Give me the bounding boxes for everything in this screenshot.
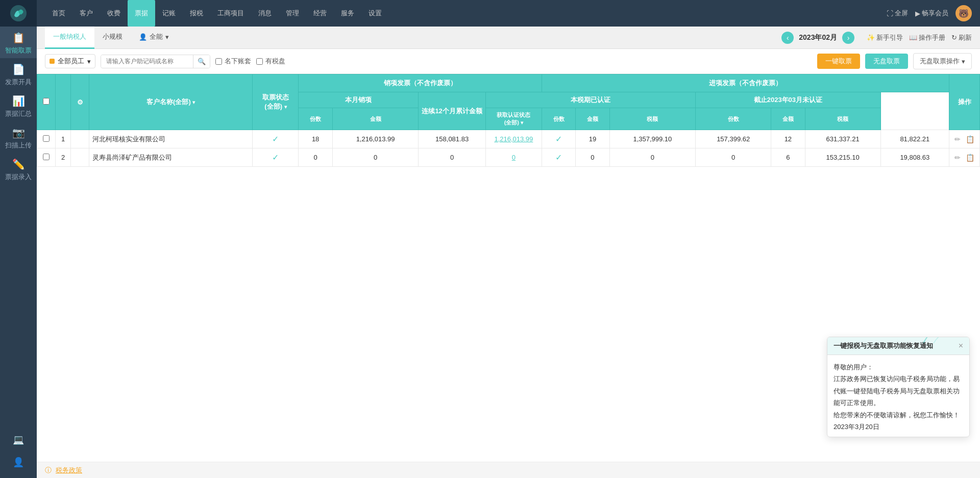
date-display: 2023年02月 [799,33,837,42]
fullscreen-btn[interactable]: ⛶ 全屏 [887,9,908,18]
th-sales-count: 份数 [299,108,332,130]
date-next-btn[interactable]: › [842,32,854,44]
nav-invoice[interactable]: 票据 [128,0,155,27]
edit-icon[interactable]: ✏ [954,135,961,143]
sidebar-item-zhiqupiao[interactable]: 📋 智能取票 [0,27,37,58]
nav-customer[interactable]: 客户 [72,0,100,27]
nav-fee[interactable]: 收费 [100,0,128,27]
computer-icon: 💻 [13,434,24,445]
statusbar: ⓘ 税务政策 [37,462,980,478]
checkbox-has-disk-input[interactable] [256,58,263,65]
member-btn[interactable]: ▶ 畅享会员 [915,9,948,18]
user-icon: 👤 [13,457,24,468]
detail-icon[interactable]: 📋 [966,135,974,143]
detail-icon[interactable]: 📋 [966,154,974,162]
manual-icon: 📖 [909,34,917,41]
tab-general-taxpayer[interactable]: 一般纳税人 [45,27,94,49]
select-all-checkbox[interactable] [43,98,50,105]
logo [0,0,37,27]
employee-select[interactable]: 全部员工 ▾ [45,54,95,68]
sidebar-bottom-computer[interactable]: 💻 [0,430,37,449]
sidebar-item-label: 智能取票 [5,46,32,55]
invoice-open-icon: 📄 [12,63,25,76]
row-uncert-tax: 19,808.63 [880,148,949,167]
new-guide-btn[interactable]: ✨ 新手引导 [867,33,903,42]
row-cert-count: 19 [576,130,609,148]
nav-message[interactable]: 消息 [251,0,279,27]
refresh-icon: ↻ [951,34,957,41]
checkbox-own-account[interactable]: 名下账套 [215,57,251,66]
notification-popup: 一键报税与无盘取票功能恢复通知 × 尊敬的用户： 江苏政务网已恢复访问电子税务局… [827,337,970,437]
row-cumulative-12m[interactable]: 0 [485,148,542,167]
employee-dropdown-icon: ▾ [87,58,91,65]
sidebar-bottom: 💻 👤 [0,430,37,478]
table-row: 1 河北柯瑶核实业有限公司 ✓ 18 1,216,013.99 158,081.… [37,130,980,148]
statusbar-text[interactable]: 税务政策 [56,466,82,475]
th-customer-name: 客户名称(全部) ▾ [89,74,253,130]
row-uncert-amount: 153,215.10 [805,148,880,167]
tab-small-scale[interactable]: 小规模 [94,27,131,49]
row-settings [71,130,89,148]
nav-service[interactable]: 服务 [334,0,361,27]
search-input[interactable] [101,55,193,67]
dropdown-icon: ▾ [165,33,169,41]
nav-tax[interactable]: 报税 [183,0,210,27]
row-index: 1 [56,130,71,148]
checkbox-has-disk[interactable]: 有税盘 [256,57,285,66]
cert-check-icon: ✓ [555,135,562,143]
notification-close-btn[interactable]: × [959,341,963,350]
no-disk-operations-btn[interactable]: 无盘取票操作 ▾ [913,53,972,69]
no-disk-fetch-btn[interactable]: 无盘取票 [865,54,908,69]
nav-bookkeeping[interactable]: 记账 [155,0,183,27]
row-sales-count: 18 [299,130,332,148]
sidebar-item-piaojuhuizong[interactable]: 📊 票据汇总 [0,90,37,121]
manual-btn[interactable]: 📖 操作手册 [909,33,945,42]
nav-management[interactable]: 管理 [279,0,306,27]
refresh-btn[interactable]: ↻ 刷新 [951,33,972,42]
main-table: ⚙ 客户名称(全部) ▾ 取票状态(全部) ▾ 销项发票（不含作废票） 进项发票… [37,74,980,167]
row-fetch-status: ✓ [253,130,299,148]
row-sales-amount: 1,216,013.99 [332,130,419,148]
sidebar-bottom-user[interactable]: 👤 [0,452,37,472]
dot-icon [50,59,55,64]
row-checkbox[interactable] [37,130,56,148]
one-click-fetch-btn[interactable]: 一键取票 [817,54,860,69]
edit-icon[interactable]: ✏ [954,154,961,162]
row-cert-status: ✓ [542,130,575,148]
row-uncert-tax: 81,822.21 [880,130,949,148]
row-cumulative-12m[interactable]: 1,216,013.99 [485,130,542,148]
th-sales-amount: 金额 [332,108,419,130]
row-checkbox[interactable] [37,148,56,167]
row-settings [71,148,89,167]
sidebar-item-saomiaoshangchuan[interactable]: 📷 扫描上传 [0,121,37,153]
row-cert-tax: 0 [696,148,771,167]
checkbox-own-account-input[interactable] [215,58,222,65]
nav-business[interactable]: 工商项目 [210,0,251,27]
tabbar: 一般纳税人 小规模 👤 全能 ▾ ‹ 2023年02月 › ✨ 新手引导 [37,27,980,49]
date-prev-btn[interactable]: ‹ [781,32,794,44]
search-button[interactable]: 🔍 [193,55,210,68]
nav-settings[interactable]: 设置 [361,0,389,27]
sidebar-item-fapiaokaiju[interactable]: 📄 发票开具 [0,58,37,90]
th-this-period-certified: 本税期已认证 [485,92,695,108]
th-checkbox [37,74,56,130]
sidebar-item-label: 发票开具 [5,78,32,87]
toolbar-right: 一键取票 无盘取票 无盘取票操作 ▾ [817,53,972,69]
th-uncert-count: 份数 [696,108,771,130]
fullscreen-icon: ⛶ [887,10,893,17]
avatar[interactable]: 🐻 [955,5,972,21]
sidebar-item-piaojururu[interactable]: ✏️ 票据录入 [0,153,37,185]
th-sales-invoice: 销项发票（不含作废票） [299,74,542,92]
tab-all[interactable]: 👤 全能 ▾ [131,27,177,49]
guide-icon: ✨ [867,34,875,41]
row-customer-name: 河北柯瑶核实业有限公司 [89,130,253,148]
summary-icon: 📊 [12,95,25,107]
nav-operation[interactable]: 经营 [306,0,334,27]
fetch-ticket-icon: 📋 [12,32,25,44]
nav-home[interactable]: 首页 [45,0,72,27]
entry-icon: ✏️ [12,158,25,170]
notification-title: 一键报税与无盘取票功能恢复通知 [834,341,933,350]
notification-body: 尊敬的用户： 江苏政务网已恢复访问电子税务局功能，易代账一键登陆电子税务局与无盘… [827,355,969,437]
row-cert-status: ✓ [542,148,575,167]
row-customer-name: 灵寿县尚泽矿产品有限公司 [89,148,253,167]
